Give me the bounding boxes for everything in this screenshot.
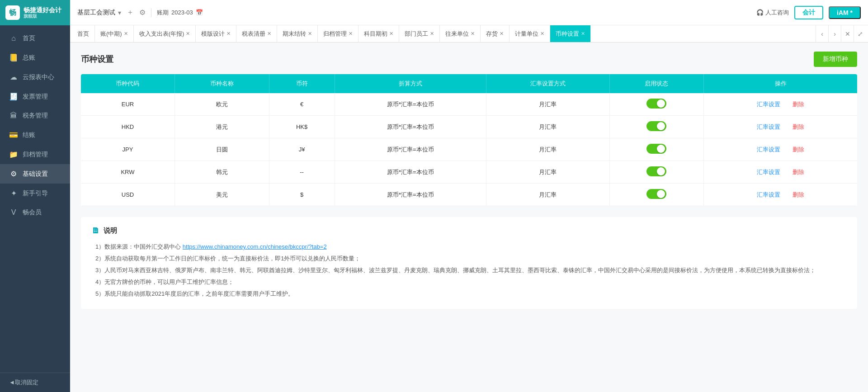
- status-toggle[interactable]: [646, 99, 666, 109]
- sidebar-item-vip[interactable]: V 畅会员: [0, 203, 70, 222]
- sidebar-item-invoice[interactable]: 🧾 发票管理: [0, 87, 70, 106]
- close-icon[interactable]: ✕: [430, 31, 434, 37]
- close-icon[interactable]: ✕: [471, 31, 475, 37]
- calendar-icon[interactable]: 📅: [196, 9, 203, 16]
- cell-rate-type: 月汇率: [486, 93, 610, 116]
- delete-link[interactable]: 删除: [793, 123, 804, 130]
- close-icon[interactable]: ✕: [267, 31, 271, 37]
- notes-section: 🗎 说明 1）数据来源：中国外汇交易中心 https://www.chinamo…: [81, 217, 857, 309]
- tab-period[interactable]: 账(中期) ✕: [95, 25, 134, 43]
- tab-close-all-button[interactable]: ✕: [841, 25, 854, 43]
- cell-status[interactable]: [609, 161, 704, 184]
- status-toggle[interactable]: [646, 121, 666, 131]
- cell-action: 汇率设置 删除: [704, 116, 857, 138]
- close-icon[interactable]: ✕: [124, 31, 128, 37]
- divider: [151, 8, 151, 17]
- note-item: 1）数据来源：中国外汇交易中心 https://www.chinamoney.c…: [92, 241, 846, 253]
- delete-link[interactable]: 删除: [793, 146, 804, 153]
- table-row: KRW 韩元 -- 原币*汇率=本位币 月汇率 汇率设置 删除: [81, 161, 857, 184]
- cell-name: 美元: [175, 184, 269, 206]
- note-item: 3）人民币对马来西亚林吉特、俄罗斯卢布、南非兰特、韩元、阿联酋迪拉姆、沙特里亚尔…: [92, 264, 846, 276]
- close-icon[interactable]: ✕: [581, 31, 585, 37]
- tab-staff[interactable]: 部门员工 ✕: [399, 25, 440, 43]
- delete-link[interactable]: 删除: [793, 191, 804, 198]
- sidebar-item-settings[interactable]: ⚙ 基础设置: [0, 164, 70, 184]
- home-icon: ⌂: [9, 34, 18, 43]
- close-icon[interactable]: ✕: [389, 31, 393, 37]
- tab-subjects[interactable]: 科目期初 ✕: [359, 25, 399, 43]
- cell-name: 欧元: [175, 93, 269, 116]
- logo-icon: 畅: [5, 5, 20, 20]
- logo-sub: 旗舰版: [24, 14, 61, 19]
- vip-icon: V: [9, 208, 18, 217]
- cell-status[interactable]: [609, 184, 704, 206]
- sidebar-item-archive[interactable]: 📁 归档管理: [0, 145, 70, 164]
- tab-expand-button[interactable]: ⤢: [854, 25, 866, 43]
- cell-status[interactable]: [609, 116, 704, 138]
- cell-symbol: $: [269, 184, 335, 206]
- tab-template[interactable]: 模版设计 ✕: [196, 25, 236, 43]
- delete-link[interactable]: 删除: [793, 169, 804, 175]
- close-icon[interactable]: ✕: [186, 31, 190, 37]
- tab-next-button[interactable]: ›: [828, 25, 841, 43]
- cell-name: 日圆: [175, 138, 269, 161]
- tab-period-end[interactable]: 期末结转 ✕: [277, 25, 318, 43]
- rate-setting-link[interactable]: 汇率设置: [757, 101, 780, 108]
- rate-setting-link[interactable]: 汇率设置: [757, 169, 780, 175]
- status-toggle[interactable]: [646, 189, 666, 199]
- dropdown-icon[interactable]: ▾: [118, 9, 121, 16]
- content-area: 币种设置 新增币种 币种代码 币种名称 币符 折算方式 汇率设置方式 启用状态 …: [70, 43, 868, 392]
- gear-icon[interactable]: ⚙: [139, 8, 146, 17]
- tab-home[interactable]: 首页: [72, 25, 95, 43]
- notes-link[interactable]: https://www.chinamoney.com.cn/chinese/bk…: [183, 243, 327, 250]
- rate-setting-link[interactable]: 汇率设置: [757, 123, 780, 130]
- cell-symbol: €: [269, 93, 335, 116]
- status-toggle[interactable]: [646, 144, 666, 154]
- cell-rate-type: 月汇率: [486, 161, 610, 184]
- consult-button[interactable]: 🎧 人工咨询: [756, 9, 789, 17]
- table-row: EUR 欧元 € 原币*汇率=本位币 月汇率 汇率设置 删除: [81, 93, 857, 116]
- account-button[interactable]: 会计: [794, 6, 823, 19]
- close-icon[interactable]: ✕: [308, 31, 312, 37]
- close-icon[interactable]: ✕: [226, 31, 231, 37]
- close-icon[interactable]: ✕: [349, 31, 353, 37]
- status-toggle[interactable]: [646, 166, 666, 176]
- tab-units[interactable]: 计量单位 ✕: [509, 25, 550, 43]
- add-icon[interactable]: ＋: [127, 8, 134, 17]
- tabbar: 首页 账(中期) ✕ 收入支出表(年报) ✕ 模版设计 ✕ 税表清册 ✕ 期末结…: [70, 25, 868, 43]
- tab-prev-button[interactable]: ‹: [816, 25, 828, 43]
- tab-archive[interactable]: 归档管理 ✕: [318, 25, 359, 43]
- new-currency-button[interactable]: 新增币种: [814, 52, 857, 67]
- tab-contacts[interactable]: 往来单位 ✕: [440, 25, 481, 43]
- period-label: 账期: [157, 9, 169, 17]
- cell-calc: 原币*汇率=本位币: [335, 93, 486, 116]
- rate-setting-link[interactable]: 汇率设置: [757, 191, 780, 198]
- sidebar-item-ledger[interactable]: 📒 总账: [0, 48, 70, 67]
- logo: 畅 畅捷通好会计 旗舰版: [0, 0, 70, 25]
- sidebar-item-guide[interactable]: ✦ 新手引导: [0, 184, 70, 203]
- sidebar-item-tax[interactable]: 🏛 税务管理: [0, 106, 70, 125]
- close-icon[interactable]: ✕: [540, 31, 544, 37]
- currency-table: 币种代码 币种名称 币符 折算方式 汇率设置方式 启用状态 操作 EUR 欧元 …: [81, 74, 857, 206]
- guide-icon: ✦: [9, 189, 18, 198]
- tab-income[interactable]: 收入支出表(年报) ✕: [134, 25, 196, 43]
- cell-status[interactable]: [609, 93, 704, 116]
- sidebar-item-home[interactable]: ⌂ 首页: [0, 29, 70, 48]
- sidebar-item-report[interactable]: ☁ 云报表中心: [0, 67, 70, 87]
- delete-link[interactable]: 删除: [793, 101, 804, 108]
- sidebar-item-settle[interactable]: 💳 结账: [0, 125, 70, 145]
- cell-action: 汇率设置 删除: [704, 184, 857, 206]
- note-item: 5）系统只能自动抓取2021年度后的汇率，之前年度汇率需要用户手工维护。: [92, 288, 846, 300]
- tab-currency[interactable]: 币种设置 ✕: [550, 25, 591, 43]
- tab-inventory[interactable]: 存货 ✕: [481, 25, 509, 43]
- sidebar-item-label: 基础设置: [23, 170, 48, 178]
- cell-status[interactable]: [609, 138, 704, 161]
- rate-setting-link[interactable]: 汇率设置: [757, 146, 780, 153]
- logo-name: 畅捷通好会计: [24, 6, 61, 14]
- sidebar-pin-toggle[interactable]: ◄取消固定: [0, 373, 70, 392]
- cell-rate-type: 月汇率: [486, 184, 610, 206]
- close-icon[interactable]: ✕: [500, 31, 504, 37]
- tab-tax-list[interactable]: 税表清册 ✕: [236, 25, 277, 43]
- pin-label: ◄取消固定: [9, 378, 38, 387]
- iam-button[interactable]: iAM *: [829, 6, 861, 19]
